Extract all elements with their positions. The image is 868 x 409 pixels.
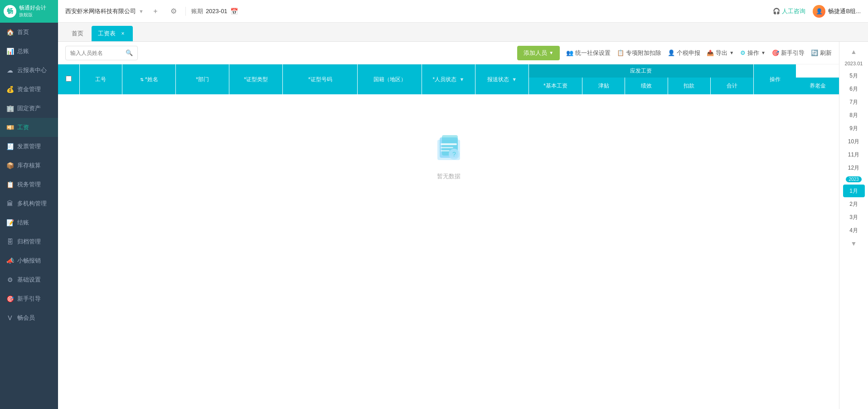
tabsbar: 首页 工资表 × — [58, 23, 868, 42]
empty-text: 暂无数据 — [437, 172, 461, 180]
sidebar-icon: 💴 — [6, 124, 14, 131]
sidebar-icon: V — [6, 314, 14, 321]
sidebar-item-新手引导[interactable]: 🎯新手引导 — [0, 289, 58, 308]
sidebar-item-基础设置[interactable]: ⚙基础设置 — [0, 270, 58, 289]
special-deduct-btn[interactable]: 📋 专项附加扣除 — [617, 49, 661, 57]
month-item-prev-6[interactable]: 6月 — [843, 83, 865, 95]
svg-rect-4 — [441, 147, 453, 148]
th-id: 工号 — [79, 64, 122, 94]
th-total: 合计 — [711, 78, 753, 94]
company-select[interactable]: 西安虾米网络科技有限公司 ▼ — [65, 7, 144, 15]
topbar-right: 🎧 人工咨询 👤 畅捷通B组... — [773, 5, 861, 18]
sidebar-item-label: 总账 — [17, 47, 29, 55]
sidebar-item-资金管理[interactable]: 💰资金管理 — [0, 80, 58, 99]
sidebar-icon: ⚙ — [6, 276, 14, 283]
company-name: 西安虾米网络科技有限公司 — [65, 7, 136, 15]
month-item-3[interactable]: 3月 — [843, 211, 865, 224]
sidebar-icon: 📦 — [6, 162, 14, 169]
sidebar-icon: 🧾 — [6, 143, 14, 150]
checkbox-header[interactable] — [58, 64, 79, 94]
month-item-1[interactable]: 1月 — [843, 185, 865, 197]
logo-text: 畅通好会计 — [19, 5, 46, 12]
add-person-btn[interactable]: 添加人员 ▼ — [517, 46, 560, 60]
export-label: 导出 — [716, 49, 727, 57]
service-label: 人工咨询 — [782, 7, 805, 15]
month-item-prev-7[interactable]: 7月 — [843, 96, 865, 108]
sidebar-icon: 🏢 — [6, 105, 14, 112]
sidebar-item-结账[interactable]: 📝结账 — [0, 213, 58, 232]
tab-home[interactable]: 首页 — [65, 26, 90, 41]
sidebar-item-小畅报销[interactable]: 📣小畅报销 — [0, 251, 58, 270]
svg-text:?: ? — [452, 151, 456, 158]
current-months: 1月2月3月4月 — [843, 184, 865, 237]
sort-icon: ⇅ — [140, 77, 144, 82]
salary-table: 工号 ⇅ *姓名 *部门 *证型类型 *证型号码 国籍（地区） *人员状态 ▼ — [58, 64, 839, 217]
sidebar-item-label: 首页 — [17, 28, 29, 36]
tab-close-icon[interactable]: × — [119, 30, 126, 37]
operation-btn[interactable]: ⚙ 操作 ▼ — [740, 49, 766, 57]
panel-down-btn[interactable]: ▼ — [849, 238, 859, 249]
logo-icon: 畅 — [4, 5, 16, 18]
month-item-prev-11[interactable]: 11月 — [843, 148, 865, 161]
select-all-checkbox[interactable] — [66, 76, 72, 82]
report-filter-icon[interactable]: ▼ — [512, 77, 517, 82]
sidebar-item-云报表中心[interactable]: ☁云报表中心 — [0, 61, 58, 80]
user-avatar: 👤 — [813, 5, 825, 18]
month-item-prev-8[interactable]: 8月 — [843, 109, 865, 122]
tax-report-btn[interactable]: 👤 个税申报 — [668, 49, 700, 57]
th-name: ⇅ *姓名 — [122, 64, 176, 94]
tax-label: 个税申报 — [677, 49, 700, 57]
add-company-btn[interactable]: + — [149, 5, 162, 18]
guide-icon: 🎯 — [772, 49, 779, 56]
headset-icon: 🎧 — [773, 8, 780, 15]
social-icon: 👥 — [566, 49, 573, 56]
settings-btn[interactable]: ⚙ — [167, 5, 180, 18]
sidebar-icon: 🎯 — [6, 295, 14, 302]
sidebar-item-首页[interactable]: 🏠首页 — [0, 23, 58, 42]
sidebar-item-label: 库存核算 — [17, 161, 41, 170]
export-btn[interactable]: 📤 导出 ▼ — [707, 49, 734, 57]
guide-label: 新手引导 — [781, 49, 805, 57]
sidebar-item-发票管理[interactable]: 🧾发票管理 — [0, 137, 58, 156]
month-item-prev-12[interactable]: 12月 — [843, 161, 865, 174]
social-security-btn[interactable]: 👥 统一社保设置 — [566, 49, 611, 57]
table-body: ? 暂无数据 — [58, 94, 839, 217]
calendar-icon[interactable]: 📅 — [230, 8, 238, 15]
service-btn[interactable]: 🎧 人工咨询 — [773, 7, 805, 15]
sidebar-icon: 📝 — [6, 219, 14, 226]
panel-up-btn[interactable]: ▲ — [849, 46, 859, 57]
year-badge: 2023 — [846, 176, 861, 182]
month-item-2[interactable]: 2月 — [843, 198, 865, 210]
month-item-prev-10[interactable]: 10月 — [843, 135, 865, 148]
status-filter-icon[interactable]: ▼ — [460, 77, 465, 82]
sidebar-item-库存核算[interactable]: 📦库存核算 — [0, 156, 58, 175]
tab-salary[interactable]: 工资表 × — [92, 26, 133, 41]
guide-btn[interactable]: 🎯 新手引导 — [772, 49, 805, 57]
sidebar-item-多机构管理[interactable]: 🏛多机构管理 — [0, 194, 58, 213]
sidebar-icon: 💰 — [6, 86, 14, 93]
sidebar-item-label: 资金管理 — [17, 85, 41, 93]
topbar-divider — [185, 7, 186, 16]
svg-rect-5 — [441, 150, 450, 151]
sidebar-item-总账[interactable]: 📊总账 — [0, 42, 58, 61]
operation-dropdown-icon: ▼ — [761, 50, 766, 55]
month-item-4[interactable]: 4月 — [843, 224, 865, 237]
sidebar-item-归档管理[interactable]: 🗄归档管理 — [0, 232, 58, 251]
sidebar: 畅 畅通好会计 旗舰版 🏠首页📊总账☁云报表中心💰资金管理🏢固定资产💴工资🧾发票… — [0, 0, 58, 409]
export-dropdown-icon: ▼ — [729, 50, 734, 55]
empty-icon: ? — [431, 131, 467, 167]
logo-sub: 旗舰版 — [19, 12, 46, 18]
month-item-prev-9[interactable]: 9月 — [843, 122, 865, 135]
sidebar-item-税务管理[interactable]: 📋税务管理 — [0, 175, 58, 194]
user-info[interactable]: 👤 畅捷通B组... — [813, 5, 861, 18]
sidebar-item-固定资产[interactable]: 🏢固定资产 — [0, 99, 58, 118]
sidebar-icon: 📣 — [6, 257, 14, 264]
sidebar-item-label: 基础设置 — [17, 276, 41, 284]
sidebar-item-工资[interactable]: 💴工资 — [0, 118, 58, 137]
add-person-label: 添加人员 — [524, 49, 547, 57]
refresh-btn[interactable]: 🔄 刷新 — [811, 49, 832, 57]
search-input[interactable] — [70, 50, 123, 56]
sidebar-item-畅会员[interactable]: V畅会员 — [0, 308, 58, 327]
month-item-prev-5[interactable]: 5月 — [843, 69, 865, 82]
sidebar-item-label: 小畅报销 — [17, 257, 41, 265]
